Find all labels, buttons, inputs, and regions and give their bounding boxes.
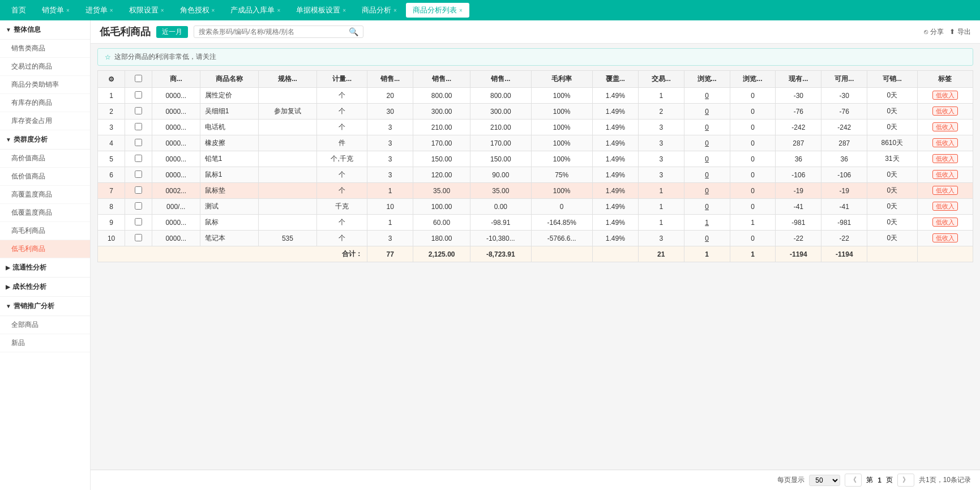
search-input[interactable] [199, 28, 349, 36]
sidebar-group-3[interactable]: ▶成长性分析 [0, 278, 90, 297]
row-checkbox[interactable] [135, 107, 142, 114]
views1-link[interactable]: 0 [705, 139, 709, 147]
sidebar-item-0-4[interactable]: 库存资金占用 [0, 112, 90, 130]
cell-checkbox[interactable] [125, 183, 152, 199]
views1-link[interactable]: 0 [705, 187, 709, 195]
cell-views1[interactable]: 0 [684, 88, 730, 104]
sidebar-item-1-0[interactable]: 高价值商品 [0, 150, 90, 168]
sidebar-group-4[interactable]: ▼营销推广分析 [0, 297, 90, 316]
next-page-btn[interactable]: 》 [897, 474, 914, 487]
row-checkbox[interactable] [135, 234, 142, 241]
close-icon[interactable]: × [459, 7, 463, 14]
close-icon[interactable]: × [161, 7, 164, 14]
views1-link[interactable]: 0 [705, 203, 709, 211]
sidebar-group-1[interactable]: ▼类群度分析 [0, 130, 90, 150]
row-checkbox[interactable] [135, 91, 142, 99]
row-checkbox[interactable] [135, 218, 142, 225]
sidebar-item-1-1[interactable]: 低价值商品 [0, 168, 90, 186]
cell-sellable: 0天 [867, 199, 917, 215]
select-all-checkbox[interactable] [135, 75, 142, 82]
cell-spec [258, 151, 316, 167]
views1-link[interactable]: 0 [705, 92, 709, 100]
row-checkbox[interactable] [135, 123, 142, 130]
cell-transactions: 1 [638, 215, 684, 231]
nav-item-销货单[interactable]: 销货单× [35, 3, 76, 18]
prev-page-btn[interactable]: 《 [845, 474, 862, 487]
share-button[interactable]: ⎋ 分享 [924, 27, 944, 37]
cell-gross-margin: 100% [531, 104, 592, 120]
sidebar-item-1-3[interactable]: 低覆盖度商品 [0, 204, 90, 222]
cell-views1[interactable]: 0 [684, 120, 730, 135]
cell-checkbox[interactable] [125, 167, 152, 183]
row-checkbox[interactable] [135, 139, 142, 146]
cell-tag: 低收入 [917, 104, 973, 120]
cell-checkbox[interactable] [125, 88, 152, 104]
sidebar-item-1-2[interactable]: 高覆盖度商品 [0, 186, 90, 204]
sidebar-item-4-1[interactable]: 新品 [0, 334, 90, 352]
sidebar-item-4-0[interactable]: 全部商品 [0, 316, 90, 334]
cell-checkbox[interactable] [125, 151, 152, 167]
footer-views1: 1 [684, 246, 730, 262]
time-filter-btn[interactable]: 近一月 [156, 26, 188, 38]
settings-icon[interactable]: ⚙ [108, 75, 114, 83]
views1-link[interactable]: 0 [705, 108, 709, 116]
close-icon[interactable]: × [277, 7, 280, 14]
export-button[interactable]: ⬆ 导出 [949, 27, 971, 37]
row-checkbox[interactable] [135, 186, 142, 194]
cell-views2: 0 [730, 88, 776, 104]
cell-views1[interactable]: 0 [684, 104, 730, 120]
nav-item-进货单[interactable]: 进货单× [79, 3, 120, 18]
views1-link[interactable]: 1 [705, 219, 709, 227]
cell-checkbox[interactable] [125, 104, 152, 120]
cell-checkbox[interactable] [125, 135, 152, 151]
views1-link[interactable]: 0 [705, 123, 709, 131]
cell-views1[interactable]: 0 [684, 183, 730, 199]
cell-views1[interactable]: 0 [684, 231, 730, 246]
cell-checkbox[interactable] [125, 231, 152, 246]
cell-current-stock: -242 [776, 120, 821, 135]
cell-gross-margin: 100% [531, 151, 592, 167]
cell-unit: 个 [316, 167, 367, 183]
nav-item-商品分析列表[interactable]: 商品分析列表× [406, 3, 469, 18]
close-icon[interactable]: × [393, 7, 397, 14]
page-label: 第 [866, 475, 873, 485]
page-size-select[interactable]: 50 100 200 [809, 475, 840, 486]
cell-views1[interactable]: 0 [684, 135, 730, 151]
close-icon[interactable]: × [66, 7, 70, 14]
cell-checkbox[interactable] [125, 215, 152, 231]
close-icon[interactable]: × [110, 7, 113, 14]
row-checkbox[interactable] [135, 155, 142, 162]
cell-checkbox[interactable] [125, 120, 152, 135]
nav-item-角色授权[interactable]: 角色授权× [173, 3, 222, 18]
cell-code: 000/... [152, 199, 200, 215]
sidebar-item-0-3[interactable]: 有库存的商品 [0, 94, 90, 112]
views1-link[interactable]: 0 [705, 235, 709, 242]
sidebar-item-1-5[interactable]: 低毛利商品 [0, 240, 90, 258]
nav-item-商品分析[interactable]: 商品分析× [355, 3, 404, 18]
col-name: 商品名称 [200, 71, 258, 88]
close-icon[interactable]: × [212, 7, 215, 14]
nav-item-权限设置[interactable]: 权限设置× [122, 3, 171, 18]
nav-item-单据模板设置[interactable]: 单据模板设置× [289, 3, 353, 18]
sidebar-group-2[interactable]: ▶流通性分析 [0, 258, 90, 278]
nav-item-首页[interactable]: 首页 [5, 3, 33, 18]
sidebar-item-0-1[interactable]: 交易过的商品 [0, 58, 90, 76]
row-checkbox[interactable] [135, 202, 142, 210]
row-checkbox[interactable] [135, 171, 142, 178]
cell-available: 287 [821, 135, 867, 151]
cell-views1[interactable]: 0 [684, 151, 730, 167]
sidebar-item-0-2[interactable]: 商品分类助销率 [0, 76, 90, 94]
close-icon[interactable]: × [343, 7, 346, 14]
nav-item-产成品入库单[interactable]: 产成品入库单× [224, 3, 287, 18]
views1-link[interactable]: 0 [705, 155, 709, 163]
cell-views1[interactable]: 0 [684, 167, 730, 183]
cell-views1[interactable]: 1 [684, 215, 730, 231]
views1-link[interactable]: 0 [705, 171, 709, 179]
sidebar-group-0[interactable]: ▼整体信息 [0, 20, 90, 40]
cell-num: 2 [98, 104, 125, 120]
cell-checkbox[interactable] [125, 199, 152, 215]
cell-views1[interactable]: 0 [684, 199, 730, 215]
sidebar-item-1-4[interactable]: 高毛利商品 [0, 222, 90, 240]
sidebar-item-0-0[interactable]: 销售类商品 [0, 40, 90, 58]
table-container[interactable]: ⚙ 商... 商品名称 规格... 计量... 销售... 销售... 销售..… [91, 70, 980, 470]
